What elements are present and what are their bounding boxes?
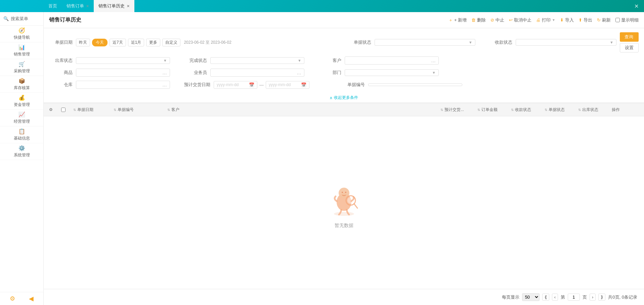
display-detail-checkbox[interactable]: 显示明细 [615, 17, 639, 23]
empty-state: 暂无数据 [324, 177, 364, 229]
sidebar-item-finance[interactable]: 💰 资金管理 [0, 93, 43, 110]
tab-sales-order-history-close[interactable]: ✕ [127, 4, 130, 8]
select-all-checkbox[interactable] [61, 108, 66, 112]
th-payment-status[interactable]: ⇅ 收款状态 [511, 107, 545, 113]
page-label-pre: 第 [561, 294, 565, 300]
new-icon: ＋ [448, 17, 453, 23]
dept-chevron: ▼ [432, 71, 436, 75]
last-page-button[interactable]: ⟫ [598, 294, 605, 301]
new-button[interactable]: ＋ + 新增 [448, 17, 467, 23]
sort-icon-customer: ⇅ [167, 108, 170, 112]
sidebar-item-operations[interactable]: 📈 经营管理 [0, 110, 43, 126]
svg-point-3 [342, 192, 343, 193]
tab-sales-order-close[interactable]: ✕ [86, 4, 89, 8]
toolbar: ＋ + 新增 🗑 删除 ⊘ 中止 ↩ 取消中止 🖨 打印 [448, 17, 639, 23]
per-page-select[interactable]: 50 100 200 [522, 293, 540, 301]
page-title: 销售订单历史 [49, 16, 448, 24]
cancel-stop-button[interactable]: ↩ 取消中止 [509, 17, 531, 23]
date-btn-yesterday[interactable]: 昨天 [76, 39, 90, 46]
tab-sales-order-history[interactable]: 销售订单历史 ✕ [94, 0, 134, 12]
collapse-up-icon: ∧ [330, 96, 333, 100]
dept-select[interactable]: ▼ [345, 69, 439, 76]
next-page-button[interactable]: › [590, 294, 596, 301]
sidebar-item-quick-nav[interactable]: 🧭 快捷导航 [0, 26, 43, 42]
operations-icon: 📈 [18, 111, 25, 118]
sales-input[interactable]: … [210, 69, 304, 77]
settings-col-icon: ⚙ [49, 107, 53, 112]
sidebar-search[interactable]: 🔍 搜索菜单 [0, 12, 43, 26]
settings-bottom-icon[interactable]: ⚙ [10, 295, 15, 302]
base-info-icon: 📋 [18, 128, 25, 135]
product-input[interactable]: … [76, 69, 170, 77]
export-button[interactable]: ⬆ 导出 [578, 17, 592, 23]
prev-page-button[interactable]: ‹ [552, 294, 558, 301]
date-btn-custom[interactable]: 自定义 [162, 39, 180, 46]
th-amount[interactable]: ⇅ 订单金额 [477, 107, 511, 113]
sort-icon-date: ⇅ [73, 108, 76, 112]
th-settings[interactable]: ⚙ [49, 107, 61, 112]
sidebar-item-base-info[interactable]: 📋 基础信息 [0, 126, 43, 143]
complete-status-label: 完成状态 [183, 58, 210, 64]
delivery-date-end[interactable]: yyyy-mm-dd 📅 [266, 81, 309, 89]
complete-status-select[interactable]: ▼ [210, 57, 304, 64]
dept-label: 部门 [318, 70, 345, 76]
purchase-icon: 🛒 [18, 61, 25, 67]
customer-input[interactable]: … [345, 56, 439, 65]
display-detail-input[interactable] [615, 18, 620, 22]
warehouse-input[interactable]: … [76, 81, 170, 89]
sidebar-item-purchase[interactable]: 🛒 采购管理 [0, 59, 43, 76]
ship-status-select[interactable]: ▼ [76, 57, 170, 64]
delete-button[interactable]: 🗑 删除 [471, 17, 486, 23]
order-no-input[interactable] [368, 83, 462, 86]
inventory-icon: 📦 [18, 78, 25, 84]
window-close-button[interactable]: ✕ [634, 3, 639, 9]
import-button[interactable]: ⬇ 导入 [560, 17, 574, 23]
sidebar: 🔍 搜索菜单 🧭 快捷导航 📊 销售管理 🛒 采购管理 📦 库存核算 💰 资金管… [0, 12, 44, 305]
collapse-bar[interactable]: ∧ 收起更多条件 [49, 93, 639, 103]
th-check[interactable] [61, 108, 73, 112]
settings-button[interactable]: 设置 [620, 43, 639, 52]
date-btn-7days[interactable]: 近7天 [110, 39, 126, 46]
import-icon: ⬇ [560, 17, 564, 23]
date-btn-today[interactable]: 今天 [92, 39, 108, 46]
tab-sales-order[interactable]: 销售订单 ✕ [62, 0, 94, 12]
page-number-input[interactable] [568, 294, 580, 301]
tab-home[interactable]: 首页 [44, 0, 62, 12]
sidebar-item-inventory[interactable]: 📦 库存核算 [0, 76, 43, 93]
sidebar-item-sales[interactable]: 📊 销售管理 [0, 42, 43, 59]
table-container: ⚙ ⇅ 单据日期 ⇅ 单据编号 ⇅ 客户 ⇅ [44, 103, 644, 289]
system-icon: ⚙️ [18, 145, 25, 151]
print-button[interactable]: 🖨 打印 ▼ [536, 17, 555, 23]
date-btn-more[interactable]: 更多 [146, 39, 160, 46]
payment-status-select[interactable]: ▼ [516, 39, 616, 46]
first-page-button[interactable]: ⟪ [542, 294, 549, 301]
svg-line-7 [354, 204, 357, 208]
th-ship-status[interactable]: ⇅ 出库状态 [578, 107, 612, 113]
svg-point-0 [334, 212, 354, 216]
sort-icon-payment: ⇅ [511, 108, 514, 112]
order-status-chevron: ▼ [469, 40, 472, 44]
query-button[interactable]: 查询 [620, 32, 639, 42]
product-dots-icon: … [162, 70, 167, 75]
stop-button[interactable]: ⊘ 中止 [490, 17, 504, 23]
empty-illustration [324, 177, 364, 217]
calendar-start-icon: 📅 [249, 82, 254, 87]
th-delivery[interactable]: ⇅ 预计交货... [440, 107, 477, 113]
th-date[interactable]: ⇅ 单据日期 [73, 107, 114, 113]
page-label-post: 页 [583, 294, 587, 300]
sort-icon-order: ⇅ [545, 108, 547, 112]
table-body: 暂无数据 [44, 116, 644, 289]
delivery-date-start[interactable]: yyyy-mm-dd 📅 [214, 81, 257, 89]
sidebar-toggle-icon[interactable]: ◀ [29, 295, 34, 302]
warehouse-dots-icon: … [162, 82, 167, 87]
filter-row-2: 出库状态 ▼ 完成状态 ▼ 客户 … [49, 56, 639, 65]
page-header: 销售订单历史 ＋ + 新增 🗑 删除 ⊘ 中止 ↩ 取消中止 [44, 12, 644, 28]
sort-icon-no: ⇅ [114, 108, 116, 112]
refresh-button[interactable]: ↻ 刷新 [597, 17, 611, 23]
th-customer[interactable]: ⇅ 客户 [167, 107, 440, 113]
order-status-select[interactable]: ▼ [375, 39, 475, 46]
th-order-no[interactable]: ⇅ 单据编号 [114, 107, 167, 113]
sidebar-item-system[interactable]: ⚙️ 系统管理 [0, 143, 43, 160]
th-order-status[interactable]: ⇅ 单据状态 [545, 107, 578, 113]
date-btn-1month[interactable]: 近1月 [128, 39, 144, 46]
